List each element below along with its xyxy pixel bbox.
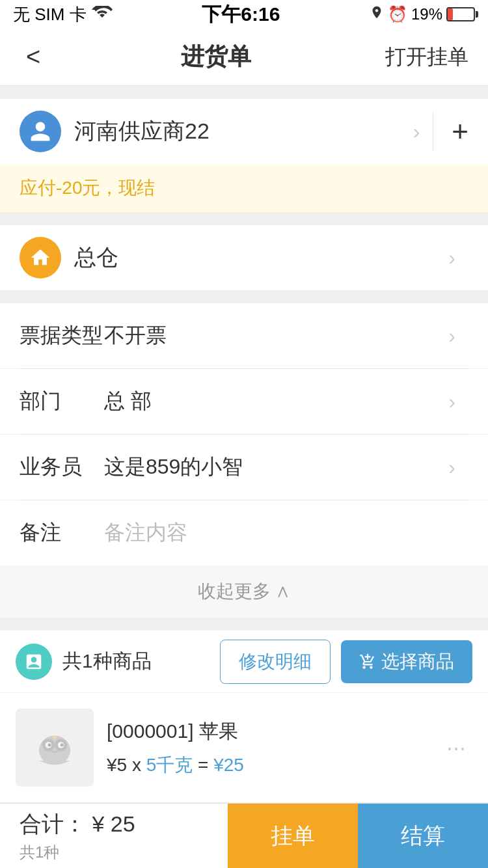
divider-top <box>0 86 488 99</box>
dept-arrow-icon: › <box>448 390 455 414</box>
warehouse-arrow-icon: › <box>448 246 455 270</box>
notes-placeholder: 备注内容 <box>104 519 468 547</box>
warehouse-name: 总仓 <box>74 243 448 273</box>
product-info: [0000001] 苹果 ¥5 x 5千克 = ¥25 <box>107 718 440 778</box>
sales-row[interactable]: 业务员 这是859的小智 › <box>0 435 488 500</box>
add-supplier-button[interactable]: + <box>433 112 468 151</box>
product-price: ¥5 x 5千克 = ¥25 <box>107 753 440 778</box>
collapse-row[interactable]: 收起更多 ∧ <box>0 565 488 617</box>
supplier-arrow-icon: › <box>413 120 420 144</box>
product-total: ¥25 <box>213 755 244 775</box>
supplier-row[interactable]: 河南供应商22 › + <box>0 99 488 164</box>
dept-label: 部门 <box>20 387 104 416</box>
product-thumbnail <box>16 709 94 787</box>
divider-warehouse <box>0 290 488 303</box>
summary-total: 合计： ¥ 25 <box>20 809 208 839</box>
alarm-icon: ⏰ <box>388 5 407 23</box>
notes-label: 备注 <box>20 519 104 547</box>
svg-point-0 <box>39 736 70 765</box>
product-item: [0000001] 苹果 ¥5 x 5千克 = ¥25 ··· <box>0 693 488 803</box>
summary-count: 共1种 <box>20 842 208 863</box>
svg-point-6 <box>61 744 64 747</box>
sales-arrow-icon: › <box>448 455 455 480</box>
battery-percent: 19% <box>411 5 442 23</box>
supplier-name: 河南供应商22 <box>74 116 413 146</box>
battery-fill <box>448 8 453 20</box>
sales-label: 业务员 <box>20 453 104 481</box>
wifi-icon <box>92 5 113 25</box>
status-right: ⏰ 19% <box>370 5 475 23</box>
status-bar: 无 SIM 卡 下午6:16 ⏰ 19% <box>0 0 488 29</box>
products-count-label: 共1种商品 <box>62 648 220 675</box>
modify-detail-button[interactable]: 修改明细 <box>220 640 331 684</box>
products-icon <box>16 644 52 680</box>
invoice-arrow-icon: › <box>448 324 455 348</box>
status-time: 下午6:16 <box>202 1 280 28</box>
total-amount: ¥ 25 <box>92 811 135 836</box>
warehouse-row[interactable]: 总仓 › <box>0 225 488 290</box>
products-header: 共1种商品 修改明细 选择商品 <box>0 631 488 693</box>
back-button[interactable]: < <box>20 36 47 77</box>
invoice-row[interactable]: 票据类型 不开票 › <box>0 303 488 368</box>
collapse-label: 收起更多 ∧ <box>198 579 291 604</box>
invoice-value: 不开票 <box>104 321 448 350</box>
product-more-button[interactable]: ··· <box>440 727 472 768</box>
status-left: 无 SIM 卡 <box>13 3 113 26</box>
products-section: 共1种商品 修改明细 选择商品 [0000001] <box>0 631 488 803</box>
page-title: 进货单 <box>181 41 251 73</box>
select-btn-label: 选择商品 <box>381 649 454 674</box>
summary-info: 合计： ¥ 25 共1种 <box>0 809 228 863</box>
warehouse-icon <box>20 237 61 278</box>
hang-order-button[interactable]: 挂单 <box>228 804 358 869</box>
dept-row[interactable]: 部门 总 部 › <box>0 369 488 434</box>
product-name: [0000001] 苹果 <box>107 718 440 745</box>
supplier-avatar <box>20 111 61 152</box>
location-icon <box>370 5 384 23</box>
notice-bar: 应付-20元，现结 <box>0 164 488 212</box>
carrier-text: 无 SIM 卡 <box>13 3 87 26</box>
dept-value: 总 部 <box>104 387 448 416</box>
open-hang-button[interactable]: 打开挂单 <box>385 43 468 72</box>
battery-icon <box>446 7 475 21</box>
sales-value: 这是859的小智 <box>104 453 448 481</box>
nav-bar: < 进货单 打开挂单 <box>0 29 488 86</box>
bottom-summary: 合计： ¥ 25 共1种 挂单 结算 <box>0 803 488 868</box>
notes-row[interactable]: 备注 备注内容 <box>0 500 488 565</box>
checkout-button[interactable]: 结算 <box>358 804 488 869</box>
svg-point-5 <box>48 744 51 747</box>
select-product-button[interactable]: 选择商品 <box>341 640 472 683</box>
invoice-label: 票据类型 <box>20 321 104 350</box>
divider-notice <box>0 212 488 225</box>
product-qty: 5千克 <box>146 755 193 775</box>
